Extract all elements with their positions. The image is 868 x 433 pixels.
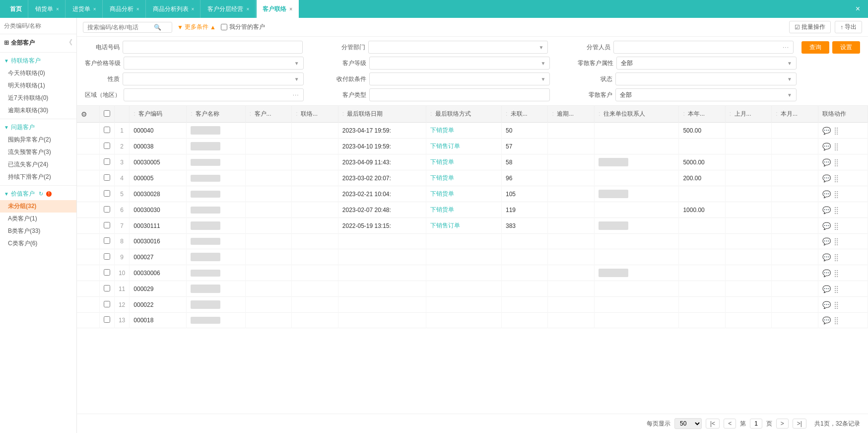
contact-method-link[interactable]: 下销货单 xyxy=(430,127,454,134)
zero-customer-select[interactable]: 全部 ▼ xyxy=(615,88,797,101)
sidebar-item-warning[interactable]: 流失预警客户(3) xyxy=(0,146,76,158)
sidebar-group-problem[interactable]: ▼ 问题客户 xyxy=(0,121,76,134)
customer-level-select[interactable]: ▼ xyxy=(369,57,550,70)
sidebar-search-input[interactable] xyxy=(4,22,77,29)
nav-tab-customer-layer[interactable]: 客户分层经营 × xyxy=(201,0,256,18)
reset-button[interactable]: 设置 xyxy=(832,41,860,54)
row-checkbox[interactable] xyxy=(104,269,110,276)
phone-input[interactable] xyxy=(123,41,303,54)
more-action-icon[interactable]: ⣿ xyxy=(834,269,839,277)
contact-method-link[interactable]: 下销货单 xyxy=(430,190,454,197)
close-icon[interactable]: × xyxy=(56,6,59,12)
close-all-button[interactable]: × xyxy=(852,4,864,13)
message-icon[interactable]: 💬 xyxy=(822,158,831,166)
dept-select[interactable]: ▼ xyxy=(368,41,548,54)
contact-method-link[interactable]: 下销货单 xyxy=(430,206,454,213)
more-action-icon[interactable]: ⣿ xyxy=(834,190,839,198)
sidebar-item-tomorrow-pending[interactable]: 明天待联络(1) xyxy=(0,79,76,92)
message-icon[interactable]: 💬 xyxy=(822,316,831,324)
more-action-icon[interactable]: ⣿ xyxy=(834,316,839,324)
message-icon[interactable]: 💬 xyxy=(822,127,831,135)
message-icon[interactable]: 💬 xyxy=(822,301,831,309)
per-page-select[interactable]: 50 100 200 xyxy=(674,418,702,429)
sidebar-item-week-pending[interactable]: 近7天待联络(0) xyxy=(0,92,76,104)
close-icon[interactable]: × xyxy=(93,6,96,12)
contact-method-link[interactable]: 下销货单 xyxy=(430,174,454,181)
row-checkbox[interactable] xyxy=(104,222,110,228)
close-icon[interactable]: × xyxy=(289,6,292,12)
message-icon[interactable]: 💬 xyxy=(822,285,831,293)
row-checkbox[interactable] xyxy=(104,190,110,197)
collapse-button[interactable]: 《 xyxy=(66,38,72,47)
contact-method-link[interactable]: 下销售订单 xyxy=(430,222,460,229)
close-icon[interactable]: × xyxy=(192,6,195,12)
nav-tab-sales[interactable]: 销货单 × xyxy=(29,0,66,18)
nav-tab-product-list[interactable]: 商品分析列表 × xyxy=(147,0,201,18)
last-page-button[interactable]: >| xyxy=(793,419,806,429)
nav-tab-product-analysis[interactable]: 商品分析 × xyxy=(104,0,146,18)
row-checkbox[interactable] xyxy=(104,127,110,133)
first-page-button[interactable]: |< xyxy=(706,419,720,429)
row-checkbox[interactable] xyxy=(104,158,110,165)
sidebar-item-class-a[interactable]: A类客户(1) xyxy=(0,213,76,225)
close-icon[interactable]: × xyxy=(246,6,249,12)
more-action-icon[interactable]: ⣿ xyxy=(834,174,839,182)
settings-icon[interactable]: ⚙ xyxy=(81,110,87,118)
message-icon[interactable]: 💬 xyxy=(822,174,831,182)
sidebar-item-class-c[interactable]: C类客户(6) xyxy=(0,237,76,250)
region-select[interactable]: ··· xyxy=(124,88,304,101)
nature-select[interactable]: ▼ xyxy=(123,72,304,85)
more-action-icon[interactable]: ⣿ xyxy=(834,253,839,261)
sidebar-item-lost[interactable]: 已流失客户(24) xyxy=(0,158,76,171)
row-checkbox[interactable] xyxy=(104,301,110,307)
close-icon[interactable]: × xyxy=(136,6,139,12)
contact-method-link[interactable]: 下销货单 xyxy=(430,158,454,165)
message-icon[interactable]: 💬 xyxy=(822,190,831,198)
export-button[interactable]: ↑ 导出 xyxy=(835,21,862,33)
zero-attr-select[interactable]: 全部 ▼ xyxy=(616,57,797,70)
sidebar-item-ungroup[interactable]: 未分组(32) xyxy=(0,200,76,213)
select-all-checkbox[interactable] xyxy=(104,110,110,117)
price-level-select[interactable]: ▼ xyxy=(124,57,304,70)
row-checkbox[interactable] xyxy=(104,316,110,323)
more-action-icon[interactable]: ⣿ xyxy=(834,127,839,135)
nav-tab-home[interactable]: 首页 xyxy=(4,0,28,18)
sidebar-group-value[interactable]: ▼ 价值客户 ↻ ! xyxy=(0,188,76,200)
my-customers-checkbox[interactable] xyxy=(221,24,227,30)
prev-page-button[interactable]: < xyxy=(724,419,736,429)
more-action-icon[interactable]: ⣿ xyxy=(834,237,839,245)
row-checkbox[interactable] xyxy=(104,237,110,244)
sidebar-item-overdue-pending[interactable]: 逾期未联络(30) xyxy=(0,104,76,117)
more-action-icon[interactable]: ⣿ xyxy=(834,158,839,166)
contact-method-link[interactable]: 下销售订单 xyxy=(430,143,460,149)
sidebar-item-today-pending[interactable]: 今天待联络(0) xyxy=(0,67,76,79)
row-checkbox[interactable] xyxy=(104,143,110,149)
row-checkbox[interactable] xyxy=(104,285,110,291)
message-icon[interactable]: 💬 xyxy=(822,143,831,150)
next-page-button[interactable]: > xyxy=(776,419,789,429)
sidebar-item-declining[interactable]: 持续下滑客户(2) xyxy=(0,171,76,183)
payment-select[interactable]: ▼ xyxy=(369,72,550,85)
message-icon[interactable]: 💬 xyxy=(822,253,831,261)
my-customers-filter[interactable]: 我分管的客户 xyxy=(221,23,265,31)
more-action-icon[interactable]: ⣿ xyxy=(834,143,839,150)
status-select[interactable]: ▼ xyxy=(615,72,797,85)
more-conditions-button[interactable]: ▼ 更多条件 ▲ xyxy=(177,23,216,31)
sidebar-item-abnormal[interactable]: 囤购异常客户(2) xyxy=(0,134,76,146)
name-column-header[interactable]: : 客户名称 xyxy=(187,106,246,123)
row-checkbox[interactable] xyxy=(104,174,110,181)
sidebar-item-class-b[interactable]: B类客户(33) xyxy=(0,225,76,237)
search-icon[interactable]: 🔍 xyxy=(154,24,161,31)
sidebar-group-pending[interactable]: ▼ 待联络客户 xyxy=(0,55,76,67)
nav-tab-customer-contact[interactable]: 客户联络 × xyxy=(257,0,299,18)
more-action-icon[interactable]: ⣿ xyxy=(834,222,839,230)
batch-operation-button[interactable]: ☑ 批量操作 xyxy=(789,21,831,33)
code-column-header[interactable]: : 客户编码 xyxy=(130,106,187,123)
message-icon[interactable]: 💬 xyxy=(822,206,831,214)
customer-type-select[interactable] xyxy=(369,88,550,101)
nav-tab-purchase[interactable]: 进货单 × xyxy=(67,0,103,18)
refresh-icon[interactable]: ↻ xyxy=(39,191,43,197)
search-input[interactable] xyxy=(87,24,152,31)
message-icon[interactable]: 💬 xyxy=(822,222,831,230)
row-checkbox[interactable] xyxy=(104,206,110,213)
